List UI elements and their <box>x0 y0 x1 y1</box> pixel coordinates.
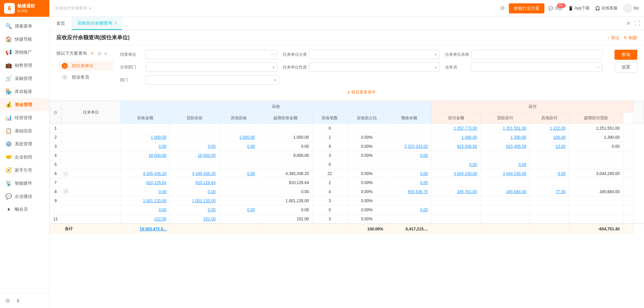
recv-amount-0[interactable] <box>120 124 170 133</box>
other-recv-10[interactable] <box>219 215 258 224</box>
sidebar-settings-icon[interactable]: ⚙ <box>5 298 10 304</box>
th-settings[interactable]: ⚙ <box>50 101 61 124</box>
filter-collapse-btn[interactable]: ∧ 收起更多条件 <box>120 88 602 96</box>
prepaid-10[interactable] <box>387 215 431 224</box>
other-recv-7[interactable] <box>219 187 258 196</box>
loan-pay-1[interactable]: 1,390.00 <box>481 133 530 142</box>
tab-home[interactable]: 首页 <box>50 17 72 30</box>
loan-recv-2[interactable]: 0.00 <box>170 142 219 151</box>
sidebar-item-inventory[interactable]: 🏪 库存核算 <box>0 85 49 98</box>
recv-amount-2[interactable]: 0.00 <box>120 142 170 151</box>
other-pay-8[interactable] <box>530 196 569 206</box>
maximize-window-icon[interactable]: ⛶ <box>635 20 640 27</box>
sidebar-item-guide[interactable]: 🧭 新手引导 <box>0 164 49 177</box>
other-recv-8[interactable] <box>219 196 258 206</box>
loan-recv-1[interactable] <box>170 133 219 142</box>
prepaid-5[interactable]: 0.00 <box>387 169 431 178</box>
prepaid-9[interactable]: 0.00 <box>387 206 431 215</box>
message-action[interactable]: 💬 消息 99+ <box>548 5 563 11</box>
sidebar-item-sales[interactable]: 💼 销售管理 <box>0 59 49 72</box>
recv-amount-6[interactable]: 810,126.64 <box>120 178 170 187</box>
sidebar-item-wechat[interactable]: 💬 企业微信 <box>0 190 49 203</box>
loan-pay-5[interactable]: 3,044,240.00 <box>481 169 530 178</box>
filter-settings-icon[interactable]: ⊙ <box>98 51 102 56</box>
pay-amount-4[interactable]: 0.00 <box>431 160 481 169</box>
settlement-dots-icon[interactable]: ··· <box>271 51 275 57</box>
prepaid-4[interactable] <box>387 160 431 169</box>
sidebar-item-search[interactable]: 🔍 搜索菜单 <box>0 19 49 33</box>
pay-amount-0[interactable]: 1,252,773.00 <box>431 124 481 133</box>
promo-button[interactable]: 体验行业方案 <box>509 3 544 13</box>
sidebar-item-purchase[interactable]: 🛒 采购管理 <box>0 72 49 85</box>
sidebar-item-finance[interactable]: 💰 资金管理 <box>0 98 49 111</box>
partner-nature-select[interactable]: ▾ <box>309 62 440 72</box>
prepaid-2[interactable]: 2,153,333.00 <box>387 142 431 151</box>
loan-pay-9[interactable] <box>481 206 530 215</box>
tab-close-icon[interactable]: × <box>114 21 117 26</box>
recv-amount-5[interactable]: 4,345,436.20 <box>120 169 170 178</box>
topbar-gear-icon[interactable]: ⚙ <box>500 5 505 11</box>
prepaid-1[interactable] <box>387 133 431 142</box>
recv-amount-4[interactable] <box>120 160 170 169</box>
filter-by-partner[interactable]: ⊙ 按往来单位 <box>59 61 113 71</box>
prepaid-0[interactable] <box>387 124 431 133</box>
filter-by-salesperson[interactable]: ⊙ 按业务员 <box>59 72 113 82</box>
other-pay-6[interactable] <box>530 178 569 187</box>
table-settings-icon[interactable]: ⚙ <box>53 110 58 115</box>
loan-recv-3[interactable]: 18,000.00 <box>170 151 219 160</box>
export-button[interactable]: ↑ 导出 <box>607 35 620 41</box>
filter-collapse-left-icon[interactable]: « <box>104 51 107 56</box>
recv-amount-9[interactable]: 0.00 <box>120 206 170 215</box>
recv-amount-7[interactable]: 0.00 <box>120 187 170 196</box>
loan-pay-8[interactable] <box>481 196 530 206</box>
user-avatar-area[interactable]: Rit <box>623 4 639 13</box>
other-pay-3[interactable] <box>530 151 569 160</box>
other-pay-4[interactable] <box>530 160 569 169</box>
loan-pay-10[interactable] <box>481 215 530 224</box>
recv-amount-1[interactable]: 1,000.00 <box>120 133 170 142</box>
other-pay-7[interactable]: 77.00 <box>530 187 569 196</box>
recv-amount-8[interactable]: 1,001,135.00 <box>120 196 170 206</box>
loan-recv-6[interactable]: 810,126.64 <box>170 178 219 187</box>
other-pay-0[interactable]: 1,222.00 <box>530 124 569 133</box>
pay-amount-9[interactable] <box>431 206 481 215</box>
footer-recv-amount[interactable]: 19,553,472,6... <box>120 224 170 234</box>
loan-recv-4[interactable] <box>170 160 219 169</box>
pay-amount-8[interactable] <box>431 196 481 206</box>
other-pay-1[interactable]: 100.00 <box>530 133 569 142</box>
sidebar-item-basic[interactable]: 📋 基础信息 <box>0 124 49 137</box>
other-recv-1[interactable]: 1,000.00 <box>219 133 258 142</box>
loan-recv-10[interactable]: 152.00 <box>170 215 219 224</box>
recv-amount-10[interactable]: 152.00 <box>120 215 170 224</box>
pay-amount-6[interactable] <box>431 178 481 187</box>
sidebar-item-vip[interactable]: ♦ 畅会员 <box>0 203 49 216</box>
other-recv-9[interactable]: 0.00 <box>219 206 258 215</box>
settings-button[interactable]: 设置 <box>614 62 637 73</box>
prepaid-7[interactable]: 655,636.75 <box>387 187 431 196</box>
close-window-icon[interactable]: ✕ <box>626 20 631 27</box>
recv-amount-3[interactable]: 18,000.00 <box>120 151 170 160</box>
pay-amount-3[interactable] <box>431 151 481 160</box>
settlement-unit-input[interactable] <box>146 50 277 59</box>
app-download-action[interactable]: 📱 App下载 <box>568 5 590 11</box>
pay-amount-10[interactable] <box>431 215 481 224</box>
other-pay-5[interactable]: 0.00 <box>530 169 569 178</box>
other-pay-2[interactable]: 13.00 <box>530 142 569 151</box>
refresh-button[interactable]: ↻ 刷新 <box>624 35 637 41</box>
prepaid-3[interactable]: 0.00 <box>387 151 431 160</box>
loan-pay-2[interactable]: 915,495.56 <box>481 142 530 151</box>
loan-recv-5[interactable]: 4,345,436.20 <box>170 169 219 178</box>
dept-head-select[interactable]: ▾ <box>146 62 277 72</box>
other-pay-10[interactable] <box>530 215 569 224</box>
other-recv-4[interactable] <box>219 160 258 169</box>
partner-category-select[interactable]: ▾ <box>309 50 440 59</box>
loan-recv-8[interactable]: 1,001,135.00 <box>170 196 219 206</box>
pay-amount-5[interactable]: 3,044,240.00 <box>431 169 481 178</box>
query-button[interactable]: 查询 <box>614 50 637 60</box>
pay-amount-2[interactable]: 915,508.56 <box>431 142 481 151</box>
salesperson-dots-icon[interactable]: ··· <box>596 64 600 70</box>
pay-amount-1[interactable]: 1,490.00 <box>431 133 481 142</box>
other-recv-6[interactable] <box>219 178 258 187</box>
salesperson-input[interactable] <box>471 62 602 72</box>
prepaid-6[interactable]: 0.00 <box>387 178 431 187</box>
